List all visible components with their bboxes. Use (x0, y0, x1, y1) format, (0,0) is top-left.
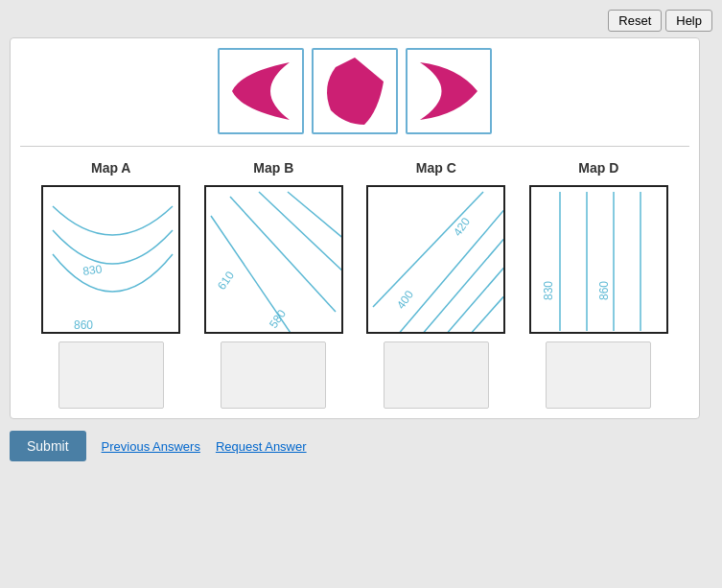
request-answer-button[interactable]: Request Answer (216, 439, 307, 454)
reset-button[interactable]: Reset (608, 10, 662, 32)
map-b-answer-box[interactable] (221, 341, 326, 409)
svg-text:830: 830 (542, 281, 555, 300)
previous-answers-button[interactable]: Previous Answers (102, 439, 200, 454)
svg-text:400: 400 (394, 288, 416, 312)
map-d-label: Map D (578, 160, 618, 176)
maps-row: Map A 830 860 Map B (20, 160, 689, 409)
shape-box-2 (312, 48, 398, 134)
map-a-canvas: 830 860 (41, 185, 180, 334)
submit-button[interactable]: Submit (10, 431, 86, 461)
bottom-bar: Submit Previous Answers Request Answer (10, 431, 307, 461)
svg-line-9 (421, 235, 505, 334)
main-content-box: Map A 830 860 Map B (10, 37, 700, 419)
map-b-col: Map B 610 580 (204, 160, 343, 409)
map-b-label: Map B (253, 160, 293, 176)
map-c-canvas: 420 400 (366, 185, 505, 334)
svg-text:860: 860 (597, 281, 611, 300)
help-button[interactable]: Help (665, 10, 712, 32)
svg-line-11 (469, 293, 505, 334)
svg-text:610: 610 (215, 269, 237, 293)
map-c-label: Map C (416, 160, 456, 176)
top-bar: Reset Help (10, 10, 712, 32)
svg-text:580: 580 (267, 307, 289, 331)
map-d-col: Map D 830 860 (529, 160, 668, 409)
map-d-canvas: 830 860 (529, 185, 668, 334)
shape-row (20, 48, 689, 147)
shape-box-1 (218, 48, 304, 134)
map-c-answer-box[interactable] (384, 341, 489, 409)
map-c-col: Map C 420 400 (366, 160, 505, 409)
map-a-label: Map A (91, 160, 130, 176)
map-b-canvas: 610 580 (204, 185, 343, 334)
map-a-col: Map A 830 860 (41, 160, 180, 409)
svg-text:830: 830 (82, 262, 104, 278)
svg-line-12 (373, 192, 483, 307)
svg-text:420: 420 (451, 215, 473, 239)
shape-box-3 (406, 48, 492, 134)
svg-line-10 (445, 264, 505, 334)
svg-line-5 (288, 192, 343, 240)
svg-line-4 (259, 192, 343, 273)
svg-text:860: 860 (74, 318, 93, 332)
map-d-answer-box[interactable] (546, 341, 651, 409)
map-a-answer-box[interactable] (58, 341, 164, 409)
